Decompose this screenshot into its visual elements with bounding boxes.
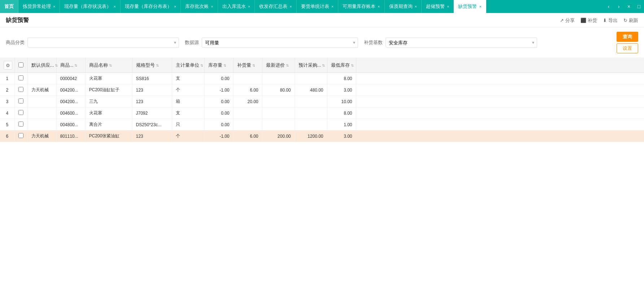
nav-tab-home[interactable]: 首页 [0,0,18,13]
nav-tab-collect-summary[interactable]: 收发存汇总表 × [255,0,296,13]
row-replenish-4 [233,107,262,119]
col-forecast-header[interactable]: 预计采购... ⇅ [295,58,327,73]
col-latest-price-header[interactable]: 最新进价 ⇅ [262,58,295,73]
nav-tab-inventory-status[interactable]: 现存量（库存状况表） × [60,0,120,13]
row-check-3[interactable] [14,96,27,107]
nav-tab-exception[interactable]: 拣货异常处理 × [18,0,60,13]
row-min-stock-4: 8.00 [327,107,356,119]
select-all-checkbox[interactable] [18,62,23,67]
category-filter-group: 商品分类 [6,37,179,48]
row-latest-price-1 [262,73,295,84]
column-settings-button[interactable]: ⚙ [4,61,12,70]
nav-tab-expiry-query-label: 保质期查询 [389,3,413,10]
row-check-6[interactable] [14,131,27,142]
category-label: 商品分类 [6,39,25,46]
nav-tab-available-ledger-close[interactable]: × [378,4,380,9]
row-check-2[interactable] [14,84,27,96]
category-select[interactable] [27,37,179,48]
row-supplier-1 [27,73,56,84]
nav-tab-requisition-stat[interactable]: 要货单统计表 × [297,0,338,13]
col-code-header[interactable]: 商品... ⇅ [56,58,85,73]
col-unit-header[interactable]: 主计量单位 ⇅ [172,58,204,73]
table-row: 1 0000042 火花塞 SS816 支 0.00 8.00 [0,73,644,84]
row-seq-3: 3 [0,96,14,107]
row-checkbox-5[interactable] [18,122,23,127]
row-min-stock-2: 3.00 [327,84,356,96]
row-extra-5 [356,119,644,131]
share-button[interactable]: ↗ 分享 [560,17,575,24]
refresh-button[interactable]: ↻ 刷新 [623,17,638,24]
nav-tab-batch-account[interactable]: 库存批次账 × [181,0,218,13]
nav-tab-shortage-warning-label: 缺货预警 [458,3,477,10]
nav-tab-overstock-warning-close[interactable]: × [447,4,449,9]
row-name-1: 火花塞 [85,73,132,84]
page-title: 缺货预警 [6,17,560,24]
datasource-select-wrapper: 可用量 库存量 [202,37,358,48]
row-forecast-1 [295,73,327,84]
col-stock-header[interactable]: 库存量 ⇅ [204,58,233,73]
nav-tab-overstock-warning[interactable]: 超储预警 × [422,0,454,13]
nav-tab-requisition-stat-close[interactable]: × [331,4,334,9]
row-replenish-1 [233,73,262,84]
row-stock-5: 0.00 [204,119,233,131]
export-button[interactable]: ⬇ 导出 [603,17,618,24]
nav-prev-arrow[interactable]: ‹ [604,0,614,13]
col-min-stock-header[interactable]: 最低库存 ⇅ [327,58,356,73]
row-replenish-6: 6.00 [233,131,262,142]
nav-tab-inout-flow-label: 出入库流水 [222,3,246,10]
nav-tab-exception-close[interactable]: × [53,4,55,9]
nav-tab-inout-flow-close[interactable]: × [248,4,250,9]
row-unit-6: 个 [172,131,204,142]
row-checkbox-1[interactable] [18,75,23,80]
nav-tab-shortage-warning-close[interactable]: × [479,4,481,9]
row-min-stock-3: 10.00 [327,96,356,107]
row-extra-6 [356,131,644,142]
nav-tab-collect-summary-close[interactable]: × [290,4,292,9]
nav-next-arrow[interactable]: › [614,0,624,13]
refresh-icon: ↻ [623,18,627,23]
datasource-select[interactable]: 可用量 库存量 [202,37,358,48]
row-check-1[interactable] [14,73,27,84]
col-name-sort-icon: ⇅ [109,63,112,67]
replenish-base-select[interactable]: 安全库存 最低库存 [386,37,537,48]
nav-tab-inout-flow[interactable]: 出入库流水 × [218,0,255,13]
nav-tab-inventory-status-close[interactable]: × [113,4,116,9]
row-checkbox-3[interactable] [18,98,23,103]
col-supplier-header[interactable]: 默认供应... ⇅ [27,58,56,73]
nav-tab-batch-account-close[interactable]: × [211,4,213,9]
table-row: 2 力天机械 004200... PC200油缸缸子 123 个 -1.00 6… [0,84,644,96]
replenish-button[interactable]: ⬛ 补货 [580,17,597,24]
nav-tab-expiry-query-close[interactable]: × [415,4,417,9]
col-code-label: 商品... [60,62,74,69]
col-name-header[interactable]: 商品名称 ⇅ [85,58,132,73]
share-label: 分享 [565,17,575,24]
row-seq-2: 2 [0,84,14,96]
replenish-base-select-wrapper: 安全库存 最低库存 [386,37,537,48]
row-forecast-2: 480.00 [295,84,327,96]
col-replenish-header[interactable]: 补货量 ⇅ [233,58,262,73]
col-supplier-sort-icon: ⇅ [55,63,58,67]
col-replenish-sort-icon: ⇅ [252,63,255,67]
row-check-5[interactable] [14,119,27,131]
row-name-6: PC200张紧油缸 [85,131,132,142]
query-button[interactable]: 查询 [617,32,638,42]
col-spec-header[interactable]: 规格型号 ⇅ [132,58,172,73]
nav-tab-available-ledger[interactable]: 可用量库存账本 × [338,0,384,13]
row-spec-4: J7092 [132,107,172,119]
nav-tab-expiry-query[interactable]: 保质期查询 × [385,0,422,13]
nav-close-all-button[interactable]: × [624,0,634,13]
nav-tab-shortage-warning[interactable]: 缺货预警 × [454,0,486,13]
nav-tab-inventory-dist-label: 现存量（库存分布表） [125,3,172,10]
nav-tab-home-label: 首页 [4,3,14,10]
row-checkbox-6[interactable] [18,133,23,138]
row-spec-6: 123 [132,131,172,142]
nav-tab-requisition-stat-label: 要货单统计表 [301,3,329,10]
settings-button[interactable]: 设置 [617,43,638,53]
nav-tab-inventory-dist-close[interactable]: × [174,4,176,9]
row-extra-1 [356,73,644,84]
nav-tab-inventory-dist[interactable]: 现存量（库存分布表） × [121,0,181,13]
row-checkbox-4[interactable] [18,110,23,115]
row-check-4[interactable] [14,107,27,119]
nav-restore-button[interactable]: □ [634,0,644,13]
row-checkbox-2[interactable] [18,87,23,92]
